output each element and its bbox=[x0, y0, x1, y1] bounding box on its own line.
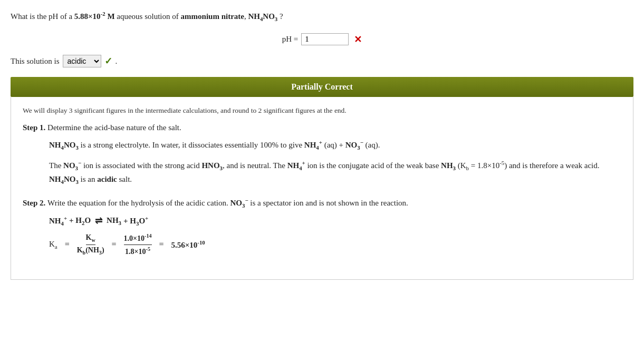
ka-fraction2: 1.0×10-14 1.8×10-5 bbox=[124, 233, 152, 256]
solution-box: We will display 3 significant figures in… bbox=[11, 97, 633, 280]
ph-label: pH = bbox=[282, 35, 299, 44]
eq-plus-h2o: + H2O bbox=[69, 216, 91, 226]
solution-prefix: This solution is bbox=[11, 57, 60, 66]
step-2-title: Step 2. Write the equation for the hydro… bbox=[23, 197, 621, 209]
ka-fraction1: Kw Kb(NH3) bbox=[77, 233, 104, 256]
step-2: Step 2. Write the equation for the hydro… bbox=[23, 197, 621, 256]
ka-eq3: = bbox=[159, 240, 164, 249]
wrong-mark: ✕ bbox=[354, 34, 362, 45]
ka-label: Ka bbox=[49, 240, 57, 250]
banner-text: Partially Correct bbox=[291, 82, 353, 91]
step-1-para1: NH4NO3 is a strong electrolyte. In water… bbox=[49, 138, 621, 152]
ph-input[interactable] bbox=[301, 33, 349, 45]
ka-eq2: = bbox=[112, 240, 117, 249]
step-1-para2: The NO3− ion is associated with the stro… bbox=[49, 158, 621, 187]
sig-fig-note: We will display 3 significant figures in… bbox=[23, 106, 621, 115]
question-text: What is the pH of a 5.88×10-2 M aqueous … bbox=[11, 9, 633, 24]
ka-numer1: Kw bbox=[86, 233, 95, 245]
solution-select[interactable]: acidic basic neutral bbox=[63, 55, 101, 67]
ka-result: 5.56×10-10 bbox=[171, 239, 205, 250]
eq-nh3: NH3 bbox=[107, 216, 121, 226]
step-1-body: NH4NO3 is a strong electrolyte. In water… bbox=[23, 138, 621, 187]
eq-plus-h3o: + H3O+ bbox=[123, 215, 148, 227]
result-banner: Partially Correct bbox=[11, 77, 633, 97]
step-1: Step 1. Determine the acid-base nature o… bbox=[23, 123, 621, 187]
solution-row: This solution is acidic basic neutral ✓ … bbox=[11, 55, 633, 67]
ka-denom1: Kb(NH3) bbox=[77, 245, 104, 256]
ka-eq1: = bbox=[65, 240, 70, 249]
solution-check-mark: ✓ bbox=[104, 55, 112, 67]
step-1-title: Step 1. Determine the acid-base nature o… bbox=[23, 123, 621, 132]
ka-numer2: 1.0×10-14 bbox=[124, 233, 152, 245]
ka-denom2: 1.8×10-5 bbox=[125, 245, 150, 256]
ph-row: pH = ✕ bbox=[11, 33, 633, 45]
solution-suffix: . bbox=[116, 57, 118, 66]
ka-block: Ka = Kw Kb(NH3) = 1.0×10-14 1.8×10-5 = 5… bbox=[49, 233, 621, 256]
eq-nh4: NH4+ bbox=[49, 215, 67, 227]
eq-arrow: ⇌ bbox=[95, 216, 102, 227]
reaction-equation: NH4+ + H2O ⇌ NH3 + H3O+ bbox=[49, 215, 621, 227]
